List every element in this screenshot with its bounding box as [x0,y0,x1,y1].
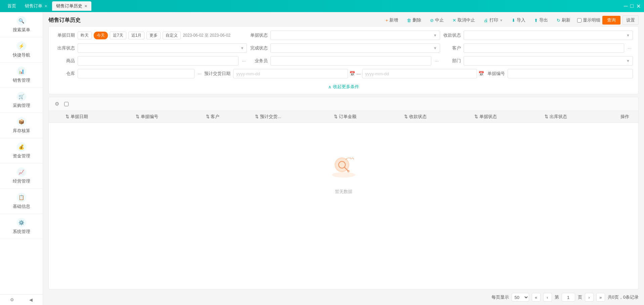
sidebar-item-sys-mgmt[interactable]: ⚙️ 系统管理 [0,214,43,239]
filter-row-3: 商品 ··· 业务员 ··· 部门 ▼ [54,56,633,66]
date-more-btn[interactable]: 更多 [146,32,161,39]
cancel-stop-button[interactable]: ✕ 取消中止 [449,16,478,25]
tab-home[interactable]: 首页 [3,1,20,11]
table-header-row: ⇅ 单据日期 ⇅ 单据编号 ⇅ 客户 ⇅ 预计交货... ⇅ 订单金额 [49,111,638,123]
empty-state-text: 暂无数据 [335,189,352,195]
sidebar: 🔍 搜索菜单 ⚡ 快捷导航 📊 销售管理 🛒 采购管理 📦 库存核算 💰 资金管… [0,12,43,305]
tab-sales-order[interactable]: 销售订单 ✕ [21,1,51,11]
refresh-label: 刷新 [562,17,570,23]
sidebar-item-search-menu[interactable]: 🔍 搜索菜单 [0,12,43,37]
outbound-status-arrow-icon: ▼ [240,46,244,50]
sidebar-item-base-info[interactable]: 📋 基础信息 [0,189,43,214]
import-button[interactable]: ⬇ 导入 [508,16,529,25]
customer-dots-icon[interactable]: ··· [626,45,633,51]
salesman-control: ··· [270,56,440,66]
th-payment-status-label: ⇅ 收款状态 [404,114,427,119]
payment-status-select[interactable]: ▼ [464,31,633,40]
delivery-date-from-cal-icon[interactable]: 📅 [349,71,355,76]
warehouse-dots-icon[interactable]: ··· [197,71,203,76]
date-7days-btn[interactable]: 近7天 [110,32,126,39]
quick-nav-icon: ⚡ [17,41,26,51]
query-button[interactable]: 查询 [602,16,620,25]
delivery-date-from-input[interactable]: yyyy-mm-dd [233,69,348,78]
add-label: 新增 [389,17,398,23]
content-area: 销售订单历史 + 新增 🗑 删除 ⊘ 中止 ✕ 取消中止 [43,12,644,305]
sidebar-item-sales-mgmt[interactable]: 📊 销售管理 [0,63,43,88]
add-button[interactable]: + 新增 [382,16,402,25]
order-no-control [508,69,633,78]
next-page-button[interactable]: › [585,293,594,302]
date-yesterday-btn[interactable]: 昨天 [78,32,92,39]
delivery-date-to-cal-icon[interactable]: 📅 [478,71,484,76]
delivery-date-to-placeholder: yyyy-mm-dd [365,71,389,76]
salesman-dots-icon[interactable]: ··· [433,58,440,64]
prev-page-button[interactable]: ‹ [543,293,552,302]
date-today-btn[interactable]: 今天 [94,32,108,39]
sidebar-item-quick-nav[interactable]: ⚡ 快捷导航 [0,37,43,63]
settings-button[interactable]: 设置 [622,15,639,25]
sidebar-item-purchase-mgmt[interactable]: 🛒 采购管理 [0,88,43,113]
export-button[interactable]: ⬆ 导出 [531,16,551,25]
salesman-input[interactable] [270,56,431,66]
sidebar-bottom: ⚙ ◀ [0,294,43,305]
date-custom-btn[interactable]: 自定义 [163,32,181,39]
next-page-icon: › [588,295,590,300]
tab-sales-order-history[interactable]: 销售订单历史 ✕ [52,1,91,11]
payment-status-label: 收款状态 [440,32,464,38]
display-detail-input[interactable] [577,18,582,23]
table-settings-icon[interactable]: ⚙ [52,99,61,109]
filter-row-1: 单据日期 昨天 今天 近7天 近1月 更多 自定义 2023-06-02 至 2… [54,31,633,40]
outbound-status-select[interactable]: ▼ [78,43,247,53]
refresh-button[interactable]: ↻ 刷新 [553,16,574,25]
window-maximize-icon[interactable]: □ [630,3,634,9]
delete-button[interactable]: 🗑 删除 [403,16,425,25]
sidebar-item-capital-mgmt[interactable]: 💰 资金管理 [0,138,43,163]
complete-status-control: ▼ [270,43,440,53]
window-close-icon[interactable]: ✕ [636,3,641,9]
base-info-icon: 📋 [17,193,26,202]
empty-state: 暂无数据 [49,123,638,222]
stop-button[interactable]: ⊘ 中止 [427,16,447,25]
th-operation-label: 操作 [620,114,629,119]
import-label: 导入 [517,17,525,23]
delivery-date-control: yyyy-mm-dd 📅 — yyyy-mm-dd 📅 [233,69,484,78]
sales-mgmt-icon: 📊 [17,67,26,76]
goods-dots-icon[interactable]: ··· [241,58,247,64]
sidebar-collapse-icon[interactable]: ◀ [29,297,33,302]
order-no-input[interactable] [508,69,633,78]
th-delivery: ⇅ 预计交货... [252,111,331,123]
tab-sales-order-close[interactable]: ✕ [44,4,47,8]
display-detail-checkbox[interactable]: 显示明细 [577,17,600,23]
page-size-select[interactable]: 50 10 20 100 [512,293,529,302]
settings-label: 设置 [626,17,635,23]
goods-input[interactable] [78,56,239,66]
customer-input[interactable] [464,43,625,53]
add-icon: + [386,18,388,23]
print-button[interactable]: 🖨 打印 ▼ [480,16,506,25]
svg-point-0 [332,172,355,178]
data-table: ⇅ 单据日期 ⇅ 单据编号 ⇅ 客户 ⇅ 预计交货... ⇅ 订单金额 [49,111,638,123]
th-delivery-label: ⇅ 预计交货... [255,114,281,119]
date-1month-btn[interactable]: 近1月 [128,32,145,39]
page-number-input[interactable] [562,293,575,302]
collapse-row[interactable]: ∧ 收起更多条件 [54,82,633,90]
delivery-date-to-input[interactable]: yyyy-mm-dd [362,69,477,78]
dept-select[interactable]: ▼ [464,56,633,66]
last-page-button[interactable]: » [596,293,605,302]
select-all-checkbox[interactable] [64,102,69,106]
complete-status-select[interactable]: ▼ [270,43,440,53]
window-minimize-icon[interactable]: ─ [624,3,628,9]
warehouse-input[interactable] [78,69,195,78]
delete-icon: 🗑 [407,18,411,23]
customer-control: ··· [464,43,633,53]
delivery-date-label: 预计交货日期 [203,71,233,77]
sidebar-item-inventory[interactable]: 📦 库存核算 [0,113,43,138]
sidebar-item-inventory-label: 库存核算 [13,128,30,134]
first-page-button[interactable]: « [532,293,541,302]
th-checkbox [49,111,62,123]
display-detail-label: 显示明细 [583,17,600,23]
tab-sales-order-history-close[interactable]: ✕ [84,4,87,8]
sidebar-item-ops-mgmt[interactable]: 📈 经营管理 [0,163,43,189]
sidebar-settings-icon[interactable]: ⚙ [10,297,14,302]
order-status-select[interactable]: ▼ [270,31,440,40]
